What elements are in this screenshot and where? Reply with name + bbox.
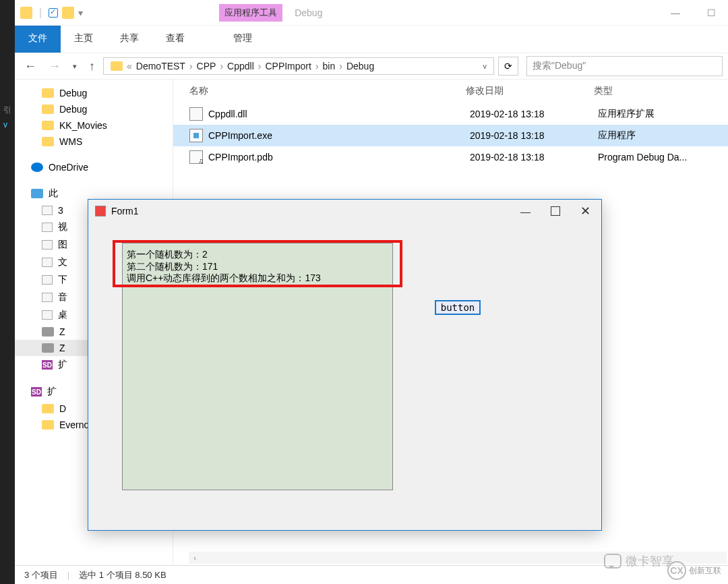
back-button[interactable]: ← — [20, 57, 40, 76]
folder-icon — [42, 88, 54, 98]
status-selection: 选中 1 个项目 8.50 KB — [79, 569, 166, 581]
breadcrumb-item[interactable]: CPP — [197, 61, 216, 71]
tree-item[interactable]: WMS — [15, 134, 173, 150]
form1-body: 第一个随机数为：2 第二个随机数为：171 调用C++动态库得到的两个数相加之和… — [88, 223, 601, 530]
qat-dropdown-icon[interactable]: ▾ — [78, 7, 83, 18]
breadcrumb-item[interactable]: bin — [323, 61, 336, 71]
history-dropdown[interactable]: ▾ — [69, 59, 81, 74]
col-date[interactable]: 修改日期 — [466, 85, 594, 97]
output-line: 调用C++动态库得到的两个数相加之和为：173 — [127, 272, 388, 285]
ribbon-context-tab[interactable]: 应用程序工具 — [219, 4, 282, 22]
up-button[interactable]: ↑ — [85, 57, 99, 76]
maximize-button[interactable]: ☐ — [700, 5, 723, 21]
exe-file-icon — [189, 129, 203, 142]
app-icon — [95, 206, 106, 216]
refresh-button[interactable]: ⟳ — [498, 57, 518, 76]
folder-icon — [42, 404, 54, 413]
form1-titlebar[interactable]: Form1 — ✕ — [88, 200, 601, 223]
scroll-left-icon[interactable]: ‹ — [189, 552, 201, 564]
col-type[interactable]: 类型 — [594, 85, 728, 97]
pc-icon — [31, 189, 43, 198]
file-row[interactable]: Cppdll.dll 2019-02-18 13:18 应用程序扩展 — [173, 103, 728, 125]
col-name[interactable]: 名称 — [189, 85, 466, 97]
qat-checkbox-icon[interactable]: ✓ — [49, 8, 58, 18]
disk-icon — [42, 343, 54, 353]
sort-indicator-icon: ⌃ — [328, 80, 334, 82]
tree-item[interactable]: KK_Movies — [15, 117, 173, 134]
tab-home[interactable]: 主页 — [61, 26, 107, 53]
form1-title-text: Form1 — [111, 206, 138, 216]
sd-icon: SD — [31, 387, 42, 397]
ribbon-tabs: 文件 主页 共享 查看 管理 — [15, 26, 728, 53]
window-controls: — ☐ — [664, 5, 723, 21]
logo-icon: CX — [667, 561, 686, 580]
nav-bar: ← → ▾ ↑ « DemoTEST› CPP› Cppdll› CPPImpo… — [15, 53, 728, 80]
folder-icon — [42, 420, 54, 430]
output-textbox[interactable]: 第一个随机数为：2 第二个随机数为：171 调用C++动态库得到的两个数相加之和… — [122, 243, 393, 490]
forward-button: → — [44, 57, 65, 76]
file-row[interactable]: CPPImport.exe 2019-02-18 13:18 应用程序 — [173, 125, 728, 146]
generic-icon — [42, 293, 53, 302]
file-header: 名称 修改日期 类型 — [173, 80, 728, 103]
form1-window: Form1 — ✕ 第一个随机数为：2 第二个随机数为：171 调用C++动态库… — [88, 199, 602, 531]
folder-icon — [20, 7, 32, 19]
dll-file-icon — [189, 107, 203, 121]
generic-icon — [42, 275, 53, 285]
tree-item[interactable]: Debug — [15, 101, 173, 117]
status-item-count: 3 个项目 — [24, 569, 58, 581]
generic-icon — [42, 223, 53, 232]
output-line: 第一个随机数为：2 — [127, 249, 388, 261]
generic-icon — [42, 206, 53, 215]
onedrive-icon — [31, 163, 43, 172]
output-line: 第二个随机数为：171 — [127, 261, 388, 273]
tab-view[interactable]: 查看 — [152, 26, 198, 53]
window-title: Debug — [295, 7, 322, 18]
pdb-file-icon — [189, 150, 203, 164]
generic-icon — [42, 258, 53, 267]
tree-onedrive[interactable]: OneDrive — [15, 159, 173, 175]
generic-icon — [42, 240, 53, 250]
tab-file[interactable]: 文件 — [15, 26, 61, 53]
breadcrumb-item[interactable]: Cppdll — [227, 61, 254, 71]
minimize-button[interactable]: — — [516, 204, 535, 218]
breadcrumb-item[interactable]: CPPImport — [265, 61, 311, 71]
sd-icon: SD — [42, 360, 53, 370]
minimize-button[interactable]: — — [664, 5, 687, 21]
file-row[interactable]: CPPImport.pdb 2019-02-18 13:18 Program D… — [173, 146, 728, 168]
generic-icon — [42, 310, 53, 320]
breadcrumb[interactable]: « DemoTEST› CPP› Cppdll› CPPImport› bin›… — [103, 57, 494, 75]
breadcrumb-item[interactable]: DemoTEST — [136, 61, 185, 71]
run-button[interactable]: button — [435, 300, 481, 315]
watermark: 微卡智享 — [604, 553, 674, 569]
maximize-button[interactable] — [551, 206, 560, 216]
breadcrumb-dropdown-icon[interactable]: v — [483, 62, 487, 70]
folder-icon — [42, 137, 54, 146]
folder-icon — [42, 105, 54, 114]
titlebar: | ✓ ▾ 应用程序工具 Debug — ☐ — [15, 0, 728, 26]
tree-item[interactable]: Debug — [15, 85, 173, 101]
tab-share[interactable]: 共享 — [107, 26, 152, 53]
disk-icon — [42, 327, 54, 337]
breadcrumb-item[interactable]: Debug — [346, 61, 374, 71]
editor-gutter: 引 v — [0, 0, 15, 584]
folder-icon — [42, 121, 54, 130]
folder-icon — [111, 61, 123, 71]
folder-icon — [62, 7, 74, 19]
speech-bubble-icon — [604, 554, 621, 568]
search-input[interactable]: 搜索"Debug" — [526, 56, 723, 76]
watermark: CX 创新互联 — [667, 561, 721, 580]
close-button[interactable]: ✕ — [576, 202, 595, 220]
tab-manage[interactable]: 管理 — [220, 26, 266, 53]
